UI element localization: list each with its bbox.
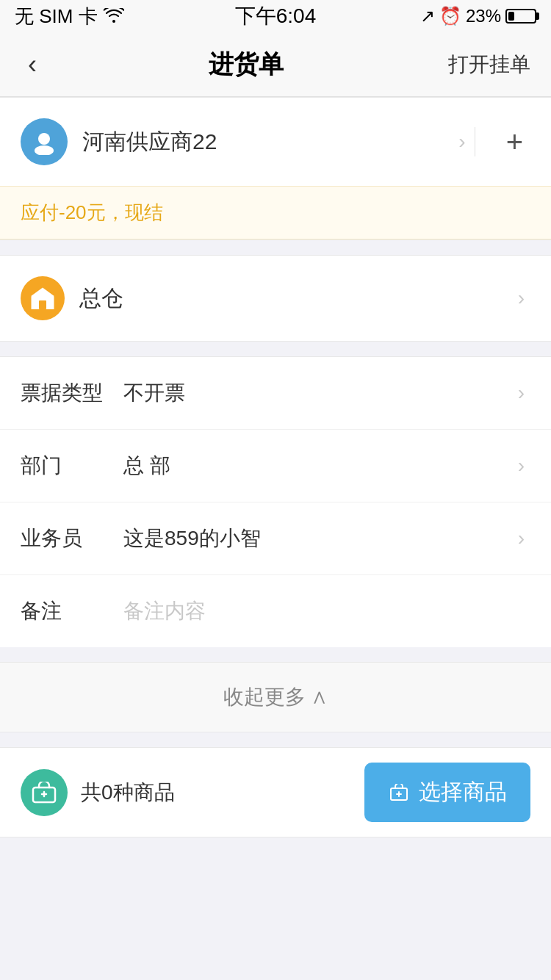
note-input[interactable]: 备注内容 — [109, 597, 530, 625]
back-button[interactable]: ‹ — [21, 42, 44, 87]
sales-chevron-icon: › — [518, 527, 525, 550]
dept-row[interactable]: 部门 总 部 › — [0, 430, 551, 502]
warehouse-name: 总仓 — [79, 284, 518, 314]
supplier-section: 河南供应商22 › + 应付-20元，现结 — [0, 97, 551, 240]
status-time: 下午6:04 — [235, 2, 317, 30]
main-content: 河南供应商22 › + 应付-20元，现结 总仓 › 票据类型 不开票 › 部门 — [0, 97, 551, 837]
note-label: 备注 — [21, 597, 109, 625]
sales-value: 这是859的小智 — [109, 525, 518, 552]
invoice-label: 票据类型 — [21, 379, 109, 407]
status-right: ↗ ⏰ 23% — [420, 6, 536, 26]
warehouse-icon — [21, 276, 65, 320]
nav-bar: ‹ 进货单 打开挂单 — [0, 32, 551, 97]
bottom-bar: 共0种商品 选择商品 — [0, 747, 551, 837]
form-section: 票据类型 不开票 › 部门 总 部 › 业务员 这是859的小智 › 备注 备注… — [0, 356, 551, 647]
dept-value: 总 部 — [109, 452, 518, 480]
dept-label: 部门 — [21, 452, 109, 480]
supplier-notice: 应付-20元，现结 — [0, 186, 551, 239]
product-count: 共0种商品 — [81, 779, 364, 807]
note-row[interactable]: 备注 备注内容 — [0, 575, 551, 647]
collapse-label: 收起更多 ∧ — [223, 685, 328, 708]
invoice-value: 不开票 — [109, 379, 518, 407]
carrier-info: 无 SIM 卡 — [15, 4, 124, 29]
product-icon — [21, 769, 68, 816]
invoice-chevron-icon: › — [518, 381, 525, 405]
collapse-button[interactable]: 收起更多 ∧ — [0, 662, 551, 732]
svg-point-1 — [35, 145, 54, 155]
select-btn-label: 选择商品 — [419, 777, 507, 807]
battery-icon — [505, 9, 536, 24]
wifi-icon — [104, 5, 124, 28]
supplier-avatar — [21, 118, 68, 165]
status-bar: 无 SIM 卡 下午6:04 ↗ ⏰ 23% — [0, 0, 551, 32]
supplier-row[interactable]: 河南供应商22 › + — [0, 98, 551, 186]
alarm-icon: ⏰ — [439, 6, 461, 26]
add-supplier-button[interactable]: + — [499, 126, 530, 159]
warehouse-chevron-icon: › — [518, 287, 525, 310]
open-pending-button[interactable]: 打开挂单 — [448, 51, 530, 79]
battery-pct: 23% — [466, 6, 501, 26]
supplier-name: 河南供应商22 — [82, 127, 458, 157]
dept-chevron-icon: › — [518, 454, 525, 478]
supplier-divider — [475, 127, 475, 156]
page-title: 进货单 — [209, 48, 284, 82]
carrier-text: 无 SIM 卡 — [15, 4, 98, 29]
warehouse-row[interactable]: 总仓 › — [0, 255, 551, 342]
svg-rect-2 — [39, 300, 46, 309]
sales-row[interactable]: 业务员 这是859的小智 › — [0, 502, 551, 575]
svg-point-0 — [38, 133, 50, 145]
select-product-button[interactable]: 选择商品 — [364, 763, 530, 822]
invoice-row[interactable]: 票据类型 不开票 › — [0, 357, 551, 430]
supplier-chevron-icon: › — [458, 130, 465, 154]
location-icon: ↗ — [420, 6, 435, 26]
sales-label: 业务员 — [21, 525, 109, 552]
cart-icon — [388, 781, 410, 804]
